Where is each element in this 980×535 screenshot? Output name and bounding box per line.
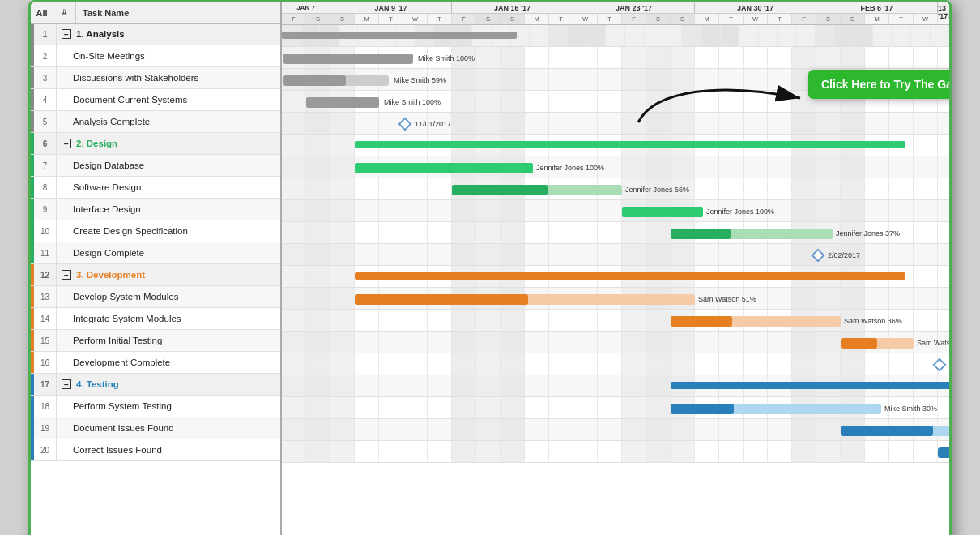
week-label: JAN 16 '17 [452,2,573,13]
day-label: T [889,14,914,24]
day-label: S [671,14,695,24]
day-label: S [841,14,865,24]
right-panel: JAN 7 JAN 9 '17 JAN 16 '17 JAN 23 '17 JA… [282,2,949,535]
task-row: 18 Perform System Testing [31,396,280,417]
task-label: On-Site Meetings [62,51,145,61]
day-label: S [476,14,501,24]
task-row: 17 − 4. Testing [31,374,280,396]
day-label: T [428,14,452,24]
timeline-header: JAN 7 JAN 9 '17 JAN 16 '17 JAN 23 '17 JA… [282,2,949,25]
task-row: 4 Document Current Systems [31,89,280,111]
task-label: 4. Testing [76,379,119,389]
task-row: 16 Development Complete [31,352,280,374]
day-label: W [403,14,428,24]
task-label: Design Complete [62,248,144,258]
gantt-chart-wrapper: All # Task Name 1 − 1. Analysis 2 On-Sit… [28,0,952,535]
day-label: W [914,14,938,24]
day-label: M [865,14,889,24]
day-label: S [330,14,355,24]
task-label: 3. Development [76,270,145,280]
week-label: JAN 7 [282,2,330,13]
task-label: 2. Design [76,139,117,148]
task-label: Correct Issues Found [62,445,162,455]
task-row: 14 Integrate System Modules [31,308,280,330]
task-row: 9 Interface Design [31,199,280,220]
task-label: Create Design Specification [62,226,188,236]
all-col-header: All [31,2,53,23]
task-label: 1. Analysis [76,29,125,39]
task-label: Design Database [62,160,144,170]
left-panel: All # Task Name 1 − 1. Analysis 2 On-Sit… [31,2,282,535]
task-label: Perform System Testing [62,401,172,411]
task-label: Analysis Complete [62,117,150,126]
task-row: 20 Correct Issues Found [31,439,280,461]
collapse-icon[interactable]: − [62,29,71,39]
task-label: Document Current Systems [62,95,187,105]
task-row: 15 Perform Initial Testing [31,330,280,352]
day-label: T [938,14,949,24]
task-row: 1 − 1. Analysis [31,24,280,45]
collapse-icon[interactable]: − [62,270,71,280]
week-label: JAN 30 '17 [695,2,816,13]
task-col-header: Task Name [76,8,280,18]
task-row: 5 Analysis Complete [31,111,280,133]
collapse-icon[interactable]: − [62,379,71,389]
week-label: FEB 13 '17 [938,2,949,13]
day-label: T [719,14,744,24]
day-label: S [646,14,671,24]
num-col-header: # [53,2,76,23]
task-row: 6 − 2. Design [31,133,280,155]
day-label: T [768,14,792,24]
week-label: JAN 23 '17 [573,2,695,13]
gantt-row [282,25,949,47]
day-label: F [622,14,646,24]
task-row: 13 Develop System Modules [31,286,280,308]
task-label: Discussions with Stakeholders [62,73,198,83]
task-row: 2 On-Site Meetings [31,45,280,67]
task-row: 3 Discussions with Stakeholders [31,67,280,89]
day-label: M [525,14,549,24]
task-row: 12 − 3. Development [31,264,280,286]
task-row: 10 Create Design Specification [31,220,280,242]
task-label: Integrate System Modules [62,314,181,323]
task-row: 19 Document Issues Found [31,417,280,439]
day-label: T [379,14,403,24]
week-label: FEB 6 '17 [816,2,938,13]
task-label: Interface Design [62,204,141,214]
gantt-container: All # Task Name 1 − 1. Analysis 2 On-Sit… [31,2,949,535]
day-label: S [816,14,841,24]
day-label: S [306,14,330,24]
task-label: Software Design [62,182,141,192]
column-header: All # Task Name [31,2,280,24]
task-row: 8 Software Design [31,177,280,199]
task-label: Document Issues Found [62,423,174,433]
gantt-body: Mike Smith 100% Mike Smith 59% Mike Smit… [282,25,949,535]
day-label: W [744,14,768,24]
day-label: F [792,14,816,24]
task-label: Development Complete [62,357,170,367]
day-label: M [355,14,379,24]
day-label: T [549,14,573,24]
day-label: F [452,14,476,24]
day-label: F [282,14,306,24]
task-label: Develop System Modules [62,292,178,302]
day-label: M [695,14,719,24]
day-label: W [573,14,598,24]
task-row: 11 Design Complete [31,242,280,264]
day-label: S [501,14,525,24]
task-label: Perform Initial Testing [62,336,162,345]
task-row: 7 Design Database [31,155,280,177]
collapse-icon[interactable]: − [62,139,71,148]
day-label: T [598,14,622,24]
week-label: JAN 9 '17 [330,2,452,13]
